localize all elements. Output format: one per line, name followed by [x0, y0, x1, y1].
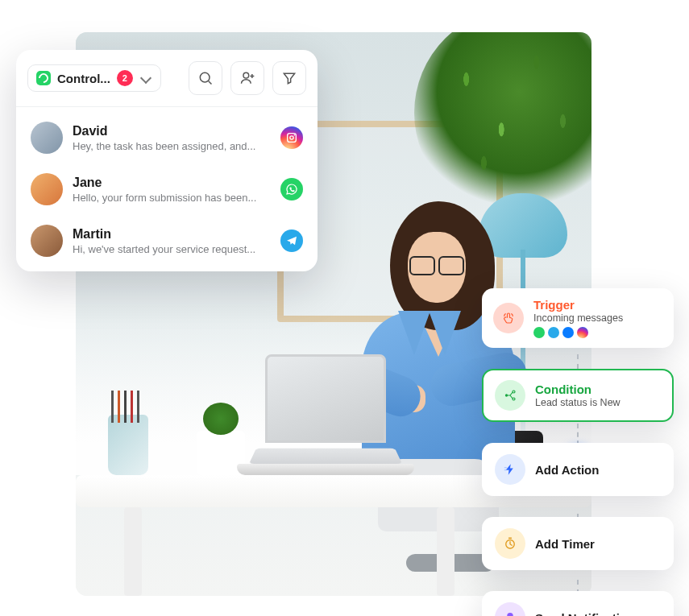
unread-badge: 2	[117, 70, 133, 86]
send-notification-card[interactable]: Send Notification	[482, 591, 674, 616]
chat-item[interactable]: Jane Hello, your form submission has bee…	[16, 163, 318, 215]
lightning-icon	[495, 454, 525, 485]
svg-line-1	[209, 81, 212, 85]
telegram-icon	[548, 327, 559, 338]
messenger-icon	[562, 327, 574, 338]
add-action-card[interactable]: Add Action	[482, 443, 674, 496]
svg-point-8	[505, 394, 508, 396]
condition-title: Condition	[535, 382, 621, 396]
whatsapp-icon	[280, 178, 303, 201]
add-timer-card[interactable]: Add Timer	[482, 517, 674, 570]
chat-list: David Hey, the task has been assigned, a…	[16, 107, 318, 271]
telegram-icon	[280, 229, 303, 252]
avatar	[31, 173, 63, 205]
trigger-channels	[533, 327, 623, 338]
timer-title: Add Timer	[535, 537, 595, 551]
channel-selector[interactable]: Control... 2	[27, 64, 161, 92]
avatar	[31, 225, 63, 257]
chat-preview: Hello, your form submission has been...	[73, 192, 271, 204]
search-icon	[197, 70, 214, 86]
instagram-icon	[577, 327, 588, 338]
svg-point-0	[200, 72, 210, 82]
svg-point-9	[513, 391, 515, 393]
bell-icon	[495, 602, 525, 616]
add-user-icon	[239, 70, 255, 86]
action-title: Add Action	[535, 463, 599, 477]
chat-name: Jane	[73, 176, 271, 190]
chevron-down-icon	[139, 72, 152, 85]
timer-icon	[495, 528, 525, 559]
branch-icon	[495, 380, 525, 411]
filter-button[interactable]	[272, 61, 306, 95]
chat-item[interactable]: David Hey, the task has been assigned, a…	[16, 112, 318, 163]
whatsapp-icon	[533, 327, 545, 338]
svg-point-10	[513, 398, 515, 400]
search-button[interactable]	[189, 61, 222, 95]
svg-point-6	[290, 136, 293, 139]
svg-point-7	[294, 134, 296, 136]
chat-panel: Control... 2 David Hey, the task has bee…	[16, 50, 318, 271]
notification-title: Send Notification	[535, 611, 634, 617]
whatsapp-icon	[36, 71, 51, 85]
filter-icon	[281, 70, 297, 86]
instagram-icon	[280, 126, 303, 149]
chat-preview: Hey, the task has been assigned, and...	[73, 140, 271, 152]
trigger-title: Trigger	[533, 298, 623, 312]
tap-icon	[493, 303, 524, 333]
avatar	[31, 122, 63, 154]
chat-name: David	[73, 124, 271, 138]
chat-preview: Hi, we've started your service request..…	[73, 243, 271, 255]
add-user-button[interactable]	[230, 61, 264, 95]
channel-label: Control...	[57, 72, 110, 85]
trigger-card[interactable]: Trigger Incoming messages	[482, 288, 674, 348]
automation-flow: Trigger Incoming messages Condition Lead…	[482, 288, 674, 616]
svg-point-2	[243, 72, 249, 78]
chat-name: Martin	[73, 227, 271, 242]
condition-subtitle: Lead status is New	[535, 397, 621, 408]
condition-card[interactable]: Condition Lead status is New	[482, 369, 674, 422]
trigger-subtitle: Incoming messages	[533, 312, 623, 324]
chat-item[interactable]: Martin Hi, we've started your service re…	[16, 215, 318, 267]
chat-header: Control... 2	[16, 50, 318, 107]
